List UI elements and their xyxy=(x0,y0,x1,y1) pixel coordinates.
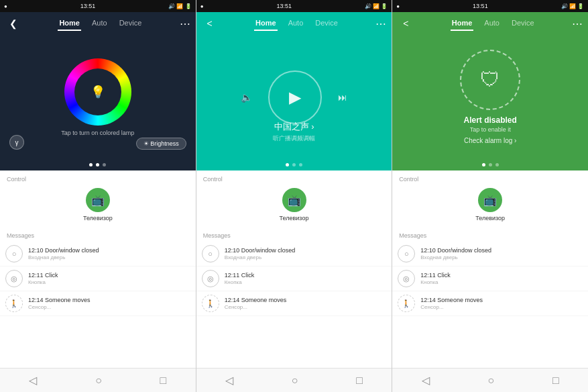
dot-0[interactable] xyxy=(286,163,289,166)
nav-tab-auto[interactable]: Auto xyxy=(483,16,501,31)
song-sub: 听广播调频调幅 xyxy=(196,134,392,143)
message-item-2[interactable]: 🚶 12:14 Someone moves Сенсор... xyxy=(196,291,392,316)
msg-title-0: 12:10 Door/window closed xyxy=(225,247,387,254)
dot-1[interactable] xyxy=(96,163,99,166)
nav-bar: <HomeAutoDevice⋯ xyxy=(196,12,392,35)
bottom-nav-btn-0[interactable]: ◁ xyxy=(22,371,44,389)
dot-1[interactable] xyxy=(292,163,296,166)
msg-icon-1: ◎ xyxy=(398,270,415,287)
msg-text-1: 12:11 Click Кнопка xyxy=(225,272,387,285)
nav-tab-home[interactable]: Home xyxy=(58,16,81,31)
nav-tab-home[interactable]: Home xyxy=(451,16,474,31)
bottom-nav-btn-0[interactable]: ◁ xyxy=(415,371,436,389)
messages-header: Messages xyxy=(196,227,392,242)
msg-sub-1: Кнопка xyxy=(28,279,190,285)
msg-text-2: 12:14 Someone moves Сенсор... xyxy=(225,297,387,310)
status-bar: ●13:51🔊 📶 🔋 xyxy=(392,0,588,12)
song-info: 中国之声 ›听广播调频调幅 xyxy=(196,115,392,143)
message-item-0[interactable]: ○ 12:10 Door/window closed Входная дверь xyxy=(196,242,392,266)
message-item-2[interactable]: 🚶 12:14 Someone moves Сенсор... xyxy=(392,291,588,316)
msg-sub-2: Сенсор... xyxy=(225,304,387,310)
back-button[interactable]: < xyxy=(398,15,414,32)
nav-tab-device[interactable]: Device xyxy=(118,16,143,31)
phone-panel-panel2: ●13:51🔊 📶 🔋<HomeAutoDevice⋯ 🔈 ▶ ⏭ 中国之声 ›… xyxy=(196,0,393,392)
nav-tab-auto[interactable]: Auto xyxy=(287,16,305,31)
back-button[interactable]: ❮ xyxy=(5,15,21,32)
status-bar: ●13:51🔊 📶 🔋 xyxy=(196,0,392,12)
status-left: ● xyxy=(200,3,204,9)
control-header: Control xyxy=(0,170,196,185)
back-button[interactable]: < xyxy=(202,15,218,32)
status-time: 13:51 xyxy=(473,3,488,9)
more-button[interactable]: ⋯ xyxy=(180,17,190,30)
msg-icon-0: ○ xyxy=(398,245,415,262)
msg-sub-2: Сенсор... xyxy=(28,304,190,310)
shield-circle[interactable]: 🛡 xyxy=(460,50,520,110)
phone-panel-panel1: ●13:51🔊 📶 🔋❮HomeAutoDevice⋯💡Tap to turn … xyxy=(0,0,196,392)
nav-tab-device[interactable]: Device xyxy=(314,16,339,31)
message-item-2[interactable]: 🚶 12:14 Someone moves Сенсор... xyxy=(0,291,196,316)
hero-section: 🛡Alert disabledTap to enable itCheck ala… xyxy=(392,35,588,159)
page-dots xyxy=(0,159,196,170)
page-dots xyxy=(392,159,588,170)
nav-bar: <HomeAutoDevice⋯ xyxy=(392,12,588,35)
dot-2[interactable] xyxy=(299,163,302,166)
nav-tabs: HomeAutoDevice xyxy=(414,16,572,31)
nav-tab-auto[interactable]: Auto xyxy=(91,16,109,31)
message-item-1[interactable]: ◎ 12:11 Click Кнопка xyxy=(196,266,392,291)
lamp-label: Tap to turn on colored lamp xyxy=(61,130,134,136)
msg-text-1: 12:11 Click Кнопка xyxy=(420,272,583,285)
msg-sub-1: Кнопка xyxy=(225,279,387,285)
tv-control-item[interactable]: 📺 Телевизор xyxy=(0,185,196,227)
shield-icon: 🛡 xyxy=(480,68,500,91)
msg-text-2: 12:14 Someone moves Сенсор... xyxy=(28,297,190,310)
dot-1[interactable] xyxy=(489,163,492,166)
dot-0[interactable] xyxy=(89,163,93,166)
bottom-nav-btn-2[interactable]: □ xyxy=(349,372,369,389)
nav-tab-device[interactable]: Device xyxy=(510,16,536,31)
message-item-0[interactable]: ○ 12:10 Door/window closed Входная дверь xyxy=(0,242,196,266)
tv-control-item[interactable]: 📺 Телевизор xyxy=(392,185,588,227)
message-item-1[interactable]: ◎ 12:11 Click Кнопка xyxy=(0,266,196,291)
msg-icon-2: 🚶 xyxy=(202,295,219,312)
msg-sub-1: Кнопка xyxy=(420,279,583,285)
gamma-button[interactable]: γ xyxy=(9,135,24,150)
alarm-log-link[interactable]: Check alarm log › xyxy=(464,137,516,144)
bottom-nav-btn-0[interactable]: ◁ xyxy=(219,371,240,389)
nav-bar: ❮HomeAutoDevice⋯ xyxy=(0,12,196,35)
more-button[interactable]: ⋯ xyxy=(375,17,386,30)
song-title: 中国之声 › xyxy=(196,121,392,133)
nav-tab-home[interactable]: Home xyxy=(254,16,278,31)
alert-sub: Tap to enable it xyxy=(470,126,511,133)
status-icons: 🔊 📶 🔋 xyxy=(365,3,388,9)
nav-tabs: HomeAutoDevice xyxy=(218,16,376,31)
bottom-nav-btn-1[interactable]: ○ xyxy=(285,372,305,389)
bottom-nav-btn-1[interactable]: ○ xyxy=(89,372,109,389)
msg-icon-2: 🚶 xyxy=(398,295,415,312)
color-ring[interactable]: 💡 xyxy=(64,58,131,126)
next-button[interactable]: ⏭ xyxy=(338,92,347,103)
tv-control-item[interactable]: 📺 Телевизор xyxy=(196,185,392,227)
message-item-0[interactable]: ○ 12:10 Door/window closed Входная дверь xyxy=(392,242,588,266)
message-item-1[interactable]: ◎ 12:11 Click Кнопка xyxy=(392,266,588,291)
msg-title-2: 12:14 Someone moves xyxy=(28,297,190,303)
msg-sub-0: Входная дверь xyxy=(225,254,387,260)
msg-text-2: 12:14 Someone moves Сенсор... xyxy=(420,297,583,310)
msg-sub-0: Входная дверь xyxy=(420,254,583,260)
volume-button[interactable]: 🔈 xyxy=(241,92,252,103)
hero-section: 💡Tap to turn on colored lampγ☀ Brightnes… xyxy=(0,35,196,159)
bottom-nav: ◁○□ xyxy=(392,368,588,392)
status-time: 13:51 xyxy=(276,3,292,9)
brightness-button[interactable]: ☀ Brightness xyxy=(136,138,186,150)
msg-title-1: 12:11 Click xyxy=(420,272,583,279)
bottom-nav-btn-2[interactable]: □ xyxy=(546,372,566,389)
dot-2[interactable] xyxy=(495,163,499,166)
dot-0[interactable] xyxy=(482,163,485,166)
status-bar: ●13:51🔊 📶 🔋 xyxy=(0,0,196,12)
control-header: Control xyxy=(196,170,392,185)
bottom-nav-btn-2[interactable]: □ xyxy=(154,372,174,389)
bottom-nav-btn-1[interactable]: ○ xyxy=(481,372,501,389)
dot-2[interactable] xyxy=(103,163,106,166)
msg-sub-2: Сенсор... xyxy=(420,304,583,310)
more-button[interactable]: ⋯ xyxy=(572,17,583,30)
